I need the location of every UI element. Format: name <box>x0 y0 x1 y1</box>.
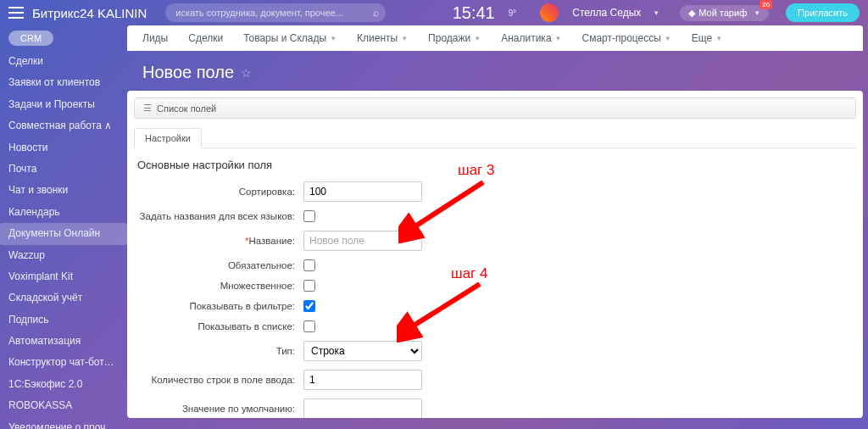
crm-pill[interactable]: CRM <box>8 31 53 46</box>
name-input[interactable] <box>303 231 422 251</box>
sidebar-item[interactable]: Автоматизация <box>0 331 127 352</box>
search-input[interactable] <box>165 3 386 22</box>
label-sort: Сортировка: <box>134 187 303 197</box>
search-icon[interactable]: ⌕ <box>373 7 379 19</box>
multiple-checkbox[interactable] <box>303 280 315 292</box>
nav-tab[interactable]: Смарт-процессы▼ <box>581 32 670 44</box>
sidebar-item[interactable]: Почта <box>0 159 127 180</box>
sidebar: CRM СделкиЗаявки от клиентовЗадачи и Про… <box>0 25 127 429</box>
rows-input[interactable] <box>303 370 422 390</box>
nav-tab[interactable]: Сделки <box>188 32 223 44</box>
hamburger-icon[interactable] <box>8 7 24 19</box>
sidebar-item[interactable]: Складской учёт <box>0 287 127 309</box>
required-checkbox[interactable] <box>303 259 315 271</box>
sidebar-item[interactable]: Wazzup <box>0 245 127 266</box>
chevron-down-icon: ▼ <box>474 35 481 42</box>
label-type: Тип: <box>134 346 303 356</box>
tabstrip: ЛидыСделкиТовары и Склады▼Клиенты▼Продаж… <box>127 25 863 51</box>
label-required: Обязательное: <box>134 260 303 270</box>
label-alllang: Задать названия для всех языков: <box>134 211 303 221</box>
avatar[interactable] <box>540 3 559 22</box>
label-list: Показывать в списке: <box>134 321 303 332</box>
nav-tab[interactable]: Клиенты▼ <box>357 32 408 44</box>
weather-badge: 9° <box>509 8 517 18</box>
sidebar-item[interactable]: Voximplant Kit <box>0 266 127 287</box>
label-filter: Показывать в фильтре: <box>134 301 303 311</box>
nav-tab[interactable]: Товары и Склады▼ <box>243 32 337 44</box>
sidebar-item[interactable]: 1С:Бэкофис 2.0 <box>0 374 127 395</box>
chevron-down-icon: ▼ <box>715 35 722 42</box>
nav-tab[interactable]: Лиды <box>142 32 168 44</box>
label-multiple: Множественное: <box>134 281 303 291</box>
section-title: Основные настройки поля <box>137 159 856 171</box>
sort-input[interactable] <box>303 181 422 202</box>
label-default: Значение по умолчанию: <box>134 404 303 414</box>
chevron-down-icon: ▼ <box>401 35 408 42</box>
sidebar-item[interactable]: Совместная работа ∧ <box>0 115 127 136</box>
field-list-label: Список полей <box>157 103 216 114</box>
sidebar-item[interactable]: Конструктор чат-ботов Z... <box>0 352 127 373</box>
list-icon: ☰ <box>143 103 152 114</box>
tab-settings[interactable]: Настройки <box>134 128 202 148</box>
page-title: Новое поле <box>142 63 234 82</box>
list-checkbox[interactable] <box>303 320 315 332</box>
sidebar-item[interactable]: Чат и звонки <box>0 180 127 201</box>
nav-tab[interactable]: Аналитика▼ <box>501 32 561 44</box>
chevron-down-icon: ▼ <box>665 35 671 42</box>
nav-tab[interactable]: Продажи▼ <box>428 32 481 44</box>
label-name: *Название: <box>134 236 303 246</box>
brand-title: Битрикс24 KALININ <box>32 6 147 20</box>
sidebar-item[interactable]: Документы Онлайн <box>0 223 127 244</box>
label-rows: Количество строк в поле ввода: <box>134 375 303 385</box>
sidebar-item[interactable]: Задачи и Проекты <box>0 94 127 115</box>
alllang-checkbox[interactable] <box>303 210 315 222</box>
default-input[interactable] <box>303 398 422 418</box>
type-select[interactable]: Строка <box>303 341 422 361</box>
chevron-down-icon: ▼ <box>754 9 760 17</box>
tariff-label: Мой тариф <box>698 8 747 18</box>
sidebar-item[interactable]: ROBOKASSA <box>0 395 127 416</box>
clock: 15:41 <box>453 3 495 23</box>
chevron-down-icon: ▼ <box>330 35 337 42</box>
star-icon[interactable]: ☆ <box>241 66 252 80</box>
nav-tab[interactable]: Еще▼ <box>692 32 722 44</box>
sidebar-item[interactable]: Заявки от клиентов <box>0 72 127 93</box>
sidebar-item[interactable]: Календарь <box>0 202 127 223</box>
sidebar-item[interactable]: Подпись <box>0 309 127 331</box>
tariff-badge: 26 <box>760 0 772 9</box>
filter-checkbox[interactable] <box>303 300 315 312</box>
chevron-down-icon[interactable]: ▼ <box>653 9 659 17</box>
invite-button[interactable]: Пригласить <box>786 3 860 22</box>
field-list-link[interactable]: ☰ Список полей <box>134 98 856 119</box>
tariff-button[interactable]: ◆ Мой тариф ▼ 26 <box>680 5 769 21</box>
shield-icon: ◆ <box>688 8 695 19</box>
sidebar-item[interactable]: Новости <box>0 137 127 159</box>
chevron-down-icon: ▼ <box>555 35 562 42</box>
sidebar-item[interactable]: Сделки <box>0 51 127 72</box>
username[interactable]: Стелла Седых <box>572 7 641 19</box>
sidebar-item[interactable]: Уведомление о прочтен... <box>0 417 127 429</box>
